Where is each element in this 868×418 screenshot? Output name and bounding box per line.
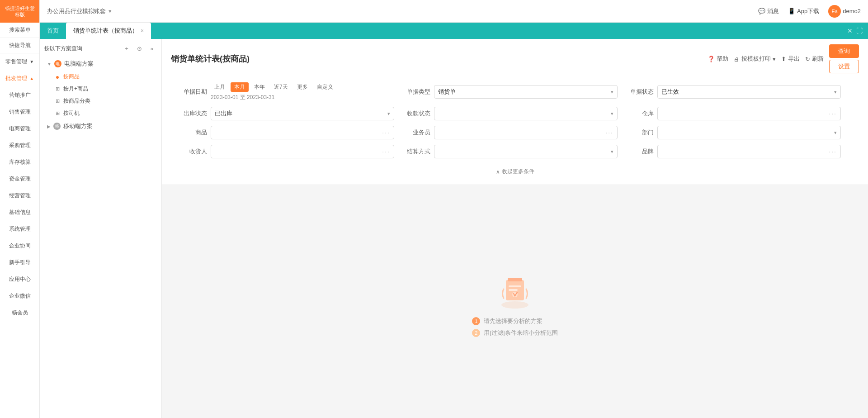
chevron-up-icon: ▲ — [29, 76, 34, 81]
sidebar-item-operations[interactable]: 经营管理 — [0, 187, 39, 204]
date-tab-more[interactable]: 更多 — [293, 82, 311, 92]
topbar: 办公用品行业模拟账套 ▾ 💬 消息 📱 App下载 Ea demo2 — [40, 0, 868, 23]
tab-home[interactable]: 首页 — [40, 23, 66, 39]
filter-receiver: 收货人 ··· — [180, 145, 403, 158]
collapse-panel-button[interactable]: « — [147, 43, 157, 53]
dept-select[interactable]: ▾ — [657, 126, 841, 139]
sidebar-item-purchase[interactable]: 采购管理 — [0, 137, 39, 154]
settings-scheme-button[interactable]: ⊙ — [134, 43, 144, 53]
page-header: 销货单统计表(按商品) ❓ 帮助 🖨 按模板打印 ▾ ⬆ — [162, 39, 868, 185]
filter-goods: 商品 ··· — [180, 126, 403, 139]
sidebar-item-sales[interactable]: 销售管理 — [0, 104, 39, 120]
goods-select[interactable]: ··· — [211, 126, 394, 139]
print-action[interactable]: 🖨 按模板打印 ▾ — [734, 55, 776, 63]
tab-sales-stats[interactable]: 销货单统计表（按商品） × — [66, 23, 151, 39]
sidebar-search[interactable]: 搜索菜单 — [0, 23, 39, 38]
filter-payment: 结算方式 ▾ — [403, 145, 627, 158]
maximize-window-icon[interactable]: ⛶ — [856, 27, 863, 34]
add-scheme-button[interactable]: + — [122, 43, 132, 53]
date-tab-this-year[interactable]: 本年 — [250, 82, 269, 92]
goods-more-icon[interactable]: ··· — [382, 129, 390, 136]
tree-item-by-category[interactable]: ⊞ 按商品分类 — [47, 95, 161, 107]
query-button[interactable]: 查询 — [829, 44, 859, 58]
help-action[interactable]: ❓ 帮助 — [708, 55, 728, 63]
page-title: 销货单统计表(按商品) — [171, 53, 250, 64]
sidebar-item-inventory[interactable]: 库存核算 — [0, 154, 39, 171]
filter-doc-status: 单据状态 已生效 ▾ — [627, 85, 850, 99]
chevron-down-icon: ▾ — [611, 149, 613, 155]
filter-out-status: 出库状态 已出库 ▾ — [180, 107, 403, 120]
more-options-icon[interactable]: ··· — [829, 110, 837, 117]
sidebar-item-wechat[interactable]: 企业微信 — [0, 288, 39, 304]
sidebar-item-marketing[interactable]: 营销推广 — [0, 87, 39, 104]
tree-group-desktop[interactable]: ▼ 电 电脑端方案 — [40, 57, 161, 71]
filter-date: 单据日期 上月 本月 本年 近7天 更多 自定义 20 — [180, 82, 403, 101]
doc-type-select[interactable]: 销货单 ▾ — [434, 85, 618, 99]
page-title-row: 销货单统计表(按商品) ❓ 帮助 🖨 按模板打印 ▾ ⬆ — [171, 44, 859, 73]
staff-select[interactable]: ··· — [434, 126, 618, 139]
tree-item-by-month-goods[interactable]: ⊞ 按月+商品 — [47, 83, 161, 95]
active-scheme-icon: ● — [54, 74, 61, 80]
tree-item-by-driver[interactable]: ⊞ 按司机 — [47, 107, 161, 119]
empty-step-1: 1 请先选择要分析的方案 — [472, 317, 557, 325]
sidebar-item-enterprise[interactable]: 企业协同 — [0, 238, 39, 254]
sidebar-item-wholesale[interactable]: 批发管理 ▲ — [0, 70, 39, 87]
tree-group-mobile[interactable]: ▶ 移 移动端方案 — [40, 119, 161, 133]
filter-row-4: 收货人 ··· 结算方式 ▾ — [180, 145, 850, 158]
tree-collapse-icon: ▶ — [47, 124, 51, 129]
date-tab-last-month[interactable]: 上月 — [211, 82, 229, 92]
svg-rect-2 — [508, 278, 522, 281]
sidebar-item-apps[interactable]: 应用中心 — [0, 271, 39, 288]
date-tab-this-month[interactable]: 本月 — [231, 82, 249, 92]
empty-illustration — [492, 266, 538, 312]
filter-dept: 部门 ▾ — [627, 126, 850, 139]
print-dropdown-icon: ▾ — [773, 56, 776, 62]
doc-status-select[interactable]: 已生效 ▾ — [657, 85, 841, 99]
payment-select[interactable]: ▾ — [434, 145, 618, 158]
date-tab-custom[interactable]: 自定义 — [313, 82, 337, 92]
sidebar-item-basic-info[interactable]: 基础信息 — [0, 204, 39, 221]
sidebar-item-retail[interactable]: 零售管理 ▼ — [0, 53, 39, 70]
collapse-filter-button[interactable]: ∧ 收起更多条件 — [180, 164, 850, 179]
filter-brand: 品牌 ··· — [627, 145, 850, 158]
pay-status-select[interactable]: ▾ — [434, 107, 618, 120]
scheme-icon-1: ⊞ — [54, 86, 61, 92]
date-tab-7days[interactable]: 近7天 — [270, 82, 292, 92]
export-action[interactable]: ⬆ 导出 — [781, 55, 800, 63]
app-logo[interactable]: 畅捷通好生意 标版 — [0, 0, 39, 23]
empty-step-2: 2 用[过滤]条件来缩小分析范围 — [472, 329, 557, 337]
tab-close-icon[interactable]: × — [141, 28, 144, 34]
avatar: Ea — [828, 5, 841, 18]
download-action[interactable]: 📱 App下载 — [788, 7, 819, 15]
sidebar-item-ecommerce[interactable]: 电商管理 — [0, 120, 39, 137]
chevron-up-icon: ∧ — [496, 169, 500, 175]
out-status-select[interactable]: 已出库 ▾ — [211, 107, 394, 120]
sidebar-quicknav[interactable]: 快捷导航 — [0, 38, 39, 53]
step-1-number: 1 — [472, 317, 480, 325]
sidebar-item-member[interactable]: 畅会员 — [0, 304, 39, 321]
chevron-down-icon: ▾ — [387, 111, 390, 117]
sidebar-item-newguide[interactable]: 新手引导 — [0, 254, 39, 271]
sidebar-item-system[interactable]: 系统管理 — [0, 221, 39, 238]
refresh-action[interactable]: ↻ 刷新 — [805, 55, 824, 63]
filter-row-2: 出库状态 已出库 ▾ 收款状态 ▾ — [180, 107, 850, 120]
brand-more-icon[interactable]: ··· — [829, 148, 837, 155]
settings-button[interactable]: 设置 — [829, 60, 859, 73]
industry-dropdown-icon[interactable]: ▾ — [108, 8, 112, 14]
message-action[interactable]: 💬 消息 — [758, 7, 779, 15]
sidebar-item-finance[interactable]: 资金管理 — [0, 171, 39, 187]
receiver-more-icon[interactable]: ··· — [382, 148, 390, 155]
brand-select[interactable]: ··· — [657, 145, 841, 158]
empty-state: 1 请先选择要分析的方案 2 用[过滤]条件来缩小分析范围 — [162, 185, 868, 418]
close-window-icon[interactable]: ✕ — [847, 27, 853, 34]
sidebar-menu: 零售管理 ▼ 批发管理 ▲ 营销推广 销售管理 电商管理 采购管理 库存核算 资… — [0, 53, 39, 418]
staff-more-icon[interactable]: ··· — [605, 129, 613, 136]
export-icon: ⬆ — [781, 56, 786, 62]
receiver-select[interactable]: ··· — [211, 145, 394, 158]
logo-text: 畅捷通好生意 标版 — [5, 5, 35, 18]
tree-item-by-goods[interactable]: ● 按商品 — [47, 71, 161, 83]
tab-bar: 首页 销货单统计表（按商品） × ✕ ⛶ — [40, 23, 868, 39]
warehouse-select[interactable]: ··· — [657, 107, 841, 120]
user-profile[interactable]: Ea demo2 — [828, 5, 861, 18]
tree-sub-desktop: ● 按商品 ⊞ 按月+商品 ⊞ 按商品分类 ⊞ 按司机 — [40, 71, 161, 119]
